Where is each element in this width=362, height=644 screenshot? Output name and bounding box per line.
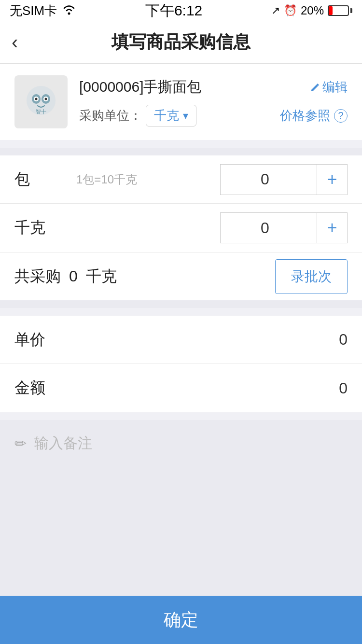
wifi-icon	[62, 3, 76, 18]
dropdown-icon: ▾	[183, 110, 188, 122]
battery-percent: 20%	[301, 4, 324, 17]
location-icon: ↗	[271, 4, 280, 17]
product-thumbnail: 智十	[14, 75, 68, 128]
package-number-box: +	[220, 164, 348, 195]
package-sub-label: 1包=10千克	[76, 172, 220, 187]
product-card: 智十 [0000006]手撕面包 编辑 采购单位： 千克 ▾	[0, 64, 362, 140]
pencil-icon: ✏	[14, 435, 27, 452]
package-label: 包	[14, 169, 72, 190]
unit-label: 采购单位：	[79, 107, 142, 124]
unit-price-row: 单价 0	[0, 316, 362, 364]
package-plus-button[interactable]: +	[317, 164, 348, 195]
status-bar: 无SIM卡 下午6:12 ↗ ⏰ 20%	[0, 0, 362, 21]
divider-2	[0, 300, 362, 308]
back-button[interactable]: ‹	[12, 31, 18, 53]
divider-1	[0, 148, 362, 155]
svg-point-0	[68, 12, 70, 14]
amount-row: 金额 0	[0, 364, 362, 412]
summary-value: 0	[69, 267, 78, 285]
summary-row: 共采购 0 千克 录批次	[0, 252, 362, 300]
price-ref-button[interactable]: 价格参照 ?	[280, 107, 348, 124]
page-title: 填写商品采购信息	[111, 30, 251, 54]
status-right: ↗ ⏰ 20%	[271, 4, 352, 17]
note-section[interactable]: ✏ 输入备注	[0, 420, 362, 467]
package-input-row: 包 1包=10千克 +	[0, 155, 362, 204]
kilogram-label: 千克	[14, 217, 72, 238]
product-name: [0000006]手撕面包	[79, 77, 201, 97]
confirm-button-label: 确定	[164, 608, 198, 632]
record-batch-button[interactable]: 录批次	[275, 259, 348, 294]
amount-label: 金额	[14, 378, 339, 399]
svg-point-6	[35, 98, 38, 100]
kilogram-input-row: 千克 +	[0, 204, 362, 252]
unit-price-label: 单价	[14, 329, 339, 350]
unit-select[interactable]: 千克 ▾	[146, 105, 196, 126]
input-section: 包 1包=10千克 + 千克 +	[0, 155, 362, 252]
svg-point-7	[45, 98, 47, 100]
kilogram-number-box: +	[220, 212, 348, 243]
product-logo: 智十	[24, 84, 58, 120]
status-left: 无SIM卡	[10, 2, 76, 19]
note-placeholder: 输入备注	[34, 434, 92, 453]
help-icon: ?	[334, 109, 348, 123]
nav-bar: ‹ 填写商品采购信息	[0, 21, 362, 64]
carrier-text: 无SIM卡	[10, 2, 57, 19]
price-section: 单价 0 金额 0	[0, 316, 362, 412]
confirm-button-wrapper[interactable]: 确定	[0, 596, 362, 644]
status-time: 下午6:12	[145, 1, 202, 21]
kilogram-input[interactable]	[220, 212, 317, 243]
amount-value: 0	[339, 379, 348, 397]
alarm-icon: ⏰	[284, 4, 297, 17]
product-info: [0000006]手撕面包 编辑 采购单位： 千克 ▾ 价格参照 ?	[79, 77, 348, 126]
summary-text: 共采购 0 千克	[14, 266, 275, 287]
svg-text:智十: 智十	[36, 109, 46, 114]
battery-icon	[328, 5, 352, 16]
unit-price-value: 0	[339, 331, 348, 349]
package-input[interactable]	[220, 164, 317, 195]
kilogram-plus-button[interactable]: +	[317, 212, 348, 243]
edit-button[interactable]: 编辑	[310, 79, 348, 96]
